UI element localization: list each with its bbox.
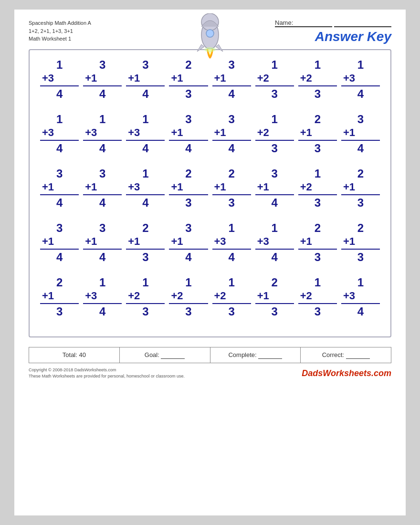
addend: +2 xyxy=(126,290,140,302)
problem-4-3: 1+23 xyxy=(168,275,209,320)
problem-4-6: 1+23 xyxy=(297,275,338,320)
divider-line xyxy=(40,194,79,195)
answer: 4 xyxy=(228,251,234,264)
divider-line xyxy=(341,194,380,195)
top-number: 1 xyxy=(272,58,278,72)
top-number: 3 xyxy=(99,58,105,72)
addend: +1 xyxy=(83,235,97,248)
addend: +2 xyxy=(255,72,269,84)
problem-3-0: 3+14 xyxy=(39,220,80,265)
divider-line xyxy=(126,85,165,86)
answer: 3 xyxy=(228,196,234,210)
divider-line xyxy=(83,194,122,195)
answer: 3 xyxy=(357,196,364,210)
top-number: 2 xyxy=(185,167,191,181)
answer: 4 xyxy=(185,142,191,156)
answer: 4 xyxy=(357,142,364,156)
problem-0-2: 3+14 xyxy=(125,57,166,102)
goal-blank[interactable] xyxy=(161,351,185,359)
problem-row-0: 1+343+143+142+133+141+231+231+34 xyxy=(39,57,381,102)
addend: +1 xyxy=(40,290,54,302)
top-number: 1 xyxy=(357,58,364,72)
divider-line xyxy=(212,85,251,86)
divider-line xyxy=(341,303,380,304)
problem-4-2: 1+23 xyxy=(125,275,166,320)
answer: 3 xyxy=(315,251,321,264)
top-number: 3 xyxy=(56,221,63,235)
addend: +3 xyxy=(83,126,97,139)
footer-total: Total: 40 xyxy=(29,347,120,363)
answer: 3 xyxy=(142,251,148,264)
top-number: 3 xyxy=(185,113,191,126)
complete-blank[interactable] xyxy=(258,351,282,359)
problem-row-4: 2+131+341+231+231+232+131+231+34 xyxy=(39,275,381,320)
addend: +1 xyxy=(169,181,183,193)
problem-1-3: 3+14 xyxy=(168,112,209,157)
top-number: 1 xyxy=(56,113,63,126)
addend: +2 xyxy=(255,126,269,139)
copyright-text: Copyright © 2008-2018 DadsWorksheets.com… xyxy=(29,367,185,380)
answer: 3 xyxy=(315,305,321,319)
addend: +3 xyxy=(255,235,269,248)
top-number: 1 xyxy=(142,276,148,290)
addend: +1 xyxy=(169,235,183,248)
problem-3-1: 3+14 xyxy=(82,220,123,265)
problem-4-7: 1+34 xyxy=(340,275,381,320)
top-number: 3 xyxy=(185,221,191,235)
divider-line xyxy=(40,140,79,141)
addend: +1 xyxy=(212,72,226,84)
top-number: 3 xyxy=(99,167,105,181)
divider-line xyxy=(169,85,208,86)
addend: +1 xyxy=(40,181,54,193)
problem-2-5: 3+14 xyxy=(254,166,295,211)
svg-point-3 xyxy=(204,47,216,52)
answer: 3 xyxy=(272,87,278,101)
top-number: 3 xyxy=(228,113,234,126)
answer: 3 xyxy=(185,196,191,210)
correct-blank[interactable] xyxy=(346,351,370,359)
name-blank[interactable] xyxy=(334,19,391,27)
divider-line xyxy=(212,140,251,141)
name-line: Name: xyxy=(273,19,391,27)
problem-0-4: 3+14 xyxy=(211,57,252,102)
divider-line xyxy=(255,249,294,250)
answer: 4 xyxy=(142,196,148,210)
top-number: 1 xyxy=(56,58,63,72)
top-number: 1 xyxy=(315,58,321,72)
svg-point-2 xyxy=(206,30,214,37)
answer: 3 xyxy=(357,251,364,264)
top-number: 1 xyxy=(272,113,278,126)
answer: 4 xyxy=(56,196,63,210)
problem-1-2: 1+34 xyxy=(125,112,166,157)
divider-line xyxy=(341,85,380,86)
footer-box: Total: 40 Goal: Complete: Correct: xyxy=(29,347,391,363)
addend: +1 xyxy=(169,72,183,84)
divider-line xyxy=(298,249,337,250)
top-number: 2 xyxy=(272,276,278,290)
top-number: 1 xyxy=(99,113,105,126)
top-number: 1 xyxy=(142,167,148,181)
top-number: 1 xyxy=(99,276,105,290)
problem-row-1: 1+341+341+343+143+141+232+133+14 xyxy=(39,112,381,157)
problem-row-3: 3+143+142+133+141+341+342+132+13 xyxy=(39,220,381,265)
divider-line xyxy=(255,85,294,86)
footer-complete: Complete: xyxy=(210,347,301,363)
divider-line xyxy=(169,140,208,141)
page: Spaceship Math Addition A 1+2, 2+1, 1+3,… xyxy=(14,10,406,515)
answer: 3 xyxy=(272,305,278,319)
top-number: 1 xyxy=(272,221,278,235)
answer: 3 xyxy=(315,142,321,156)
problem-0-0: 1+34 xyxy=(39,57,80,102)
divider-line xyxy=(40,249,79,250)
addend: +1 xyxy=(255,290,269,302)
name-label: Name: xyxy=(275,19,332,27)
rocket-image xyxy=(189,13,231,63)
divider-line xyxy=(341,249,380,250)
divider-line xyxy=(126,249,165,250)
header: Spaceship Math Addition A 1+2, 2+1, 1+3,… xyxy=(29,19,391,44)
answer: 3 xyxy=(315,196,321,210)
addend: +2 xyxy=(212,290,226,302)
answer: 4 xyxy=(272,196,278,210)
answer: 4 xyxy=(56,251,63,264)
problem-2-0: 3+14 xyxy=(39,166,80,211)
